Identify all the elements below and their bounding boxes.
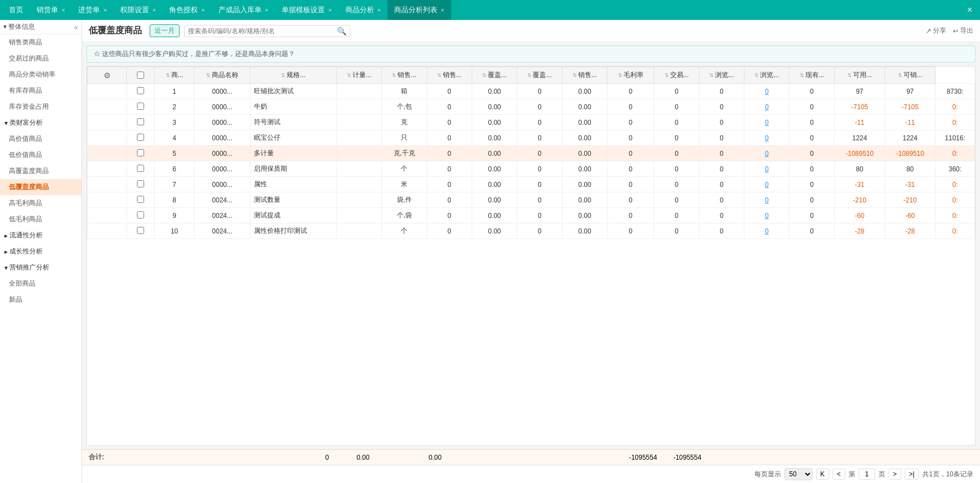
prev-page-button[interactable]: < xyxy=(833,469,845,480)
last-page-button[interactable]: >| xyxy=(905,469,919,480)
close-tab-sales[interactable]: × xyxy=(62,7,65,13)
table-wrapper[interactable]: ⚙ ⇅商... ⇅商品名称 ⇅规格... ⇅计量... ⇅销售... ⇅销售..… xyxy=(86,66,976,446)
row-select-checkbox[interactable] xyxy=(137,196,144,203)
close-tab-product-analysis[interactable]: × xyxy=(377,7,381,13)
row-select-checkbox[interactable] xyxy=(137,118,144,125)
filter-period-button[interactable]: 近一月 xyxy=(150,24,180,37)
row-settings[interactable] xyxy=(88,192,127,208)
share-button[interactable]: ↗ 分享 xyxy=(926,26,946,35)
sidebar-item-low-coverage[interactable]: 低覆盖度商品 xyxy=(0,179,81,195)
col-browse1[interactable]: ⇅浏览... xyxy=(699,67,744,84)
row-settings[interactable] xyxy=(88,84,127,99)
col-gross-margin[interactable]: ⇅毛利率 xyxy=(608,67,654,84)
sidebar-collapse-button[interactable]: « xyxy=(74,23,78,32)
nav-tab-permissions[interactable]: 权限设置 × xyxy=(114,0,162,20)
col-sales-qty[interactable]: ⇅销售... xyxy=(382,67,427,84)
close-all-button[interactable]: × xyxy=(962,5,978,15)
row-browse1[interactable]: 0 xyxy=(744,223,789,239)
row-browse1[interactable]: 0 xyxy=(744,208,789,223)
row-browse1[interactable]: 0 xyxy=(744,130,789,146)
sidebar-item-stock-goods[interactable]: 有库存商品 xyxy=(0,83,81,99)
row-settings[interactable] xyxy=(88,223,127,239)
close-tab-roles[interactable]: × xyxy=(201,7,205,13)
sidebar-item-low-value[interactable]: 低价值商品 xyxy=(0,147,81,163)
row-browse1[interactable]: 0 xyxy=(744,99,789,115)
row-checkbox[interactable] xyxy=(127,177,155,192)
col-unit[interactable]: ⇅计量... xyxy=(336,67,381,84)
first-page-button[interactable]: K xyxy=(816,469,829,480)
row-settings[interactable] xyxy=(88,208,127,223)
row-checkbox[interactable] xyxy=(127,223,155,239)
nav-tab-product-list[interactable]: 商品分析列表 × xyxy=(387,0,451,20)
row-settings[interactable] xyxy=(88,146,127,161)
row-checkbox[interactable] xyxy=(127,146,155,161)
row-checkbox[interactable] xyxy=(127,161,155,177)
export-button[interactable]: ↩ 导出 xyxy=(953,26,973,35)
close-tab-purchase[interactable]: × xyxy=(103,7,106,13)
page-size-select[interactable]: 50 100 xyxy=(784,468,813,480)
row-checkbox[interactable] xyxy=(127,99,155,115)
close-tab-product-list[interactable]: × xyxy=(441,7,444,13)
sidebar-item-all-goods[interactable]: 全部商品 xyxy=(0,276,81,292)
row-settings[interactable] xyxy=(88,130,127,146)
col-cur-stock[interactable]: ⇅现有... xyxy=(789,67,834,84)
col-cov1[interactable]: ⇅覆盖... xyxy=(472,67,517,84)
sidebar-wealth-section[interactable]: ▾ 类财富分析 xyxy=(0,115,81,131)
close-tab-template[interactable]: × xyxy=(328,7,331,13)
nav-tab-roles[interactable]: 角色授权 × xyxy=(162,0,211,20)
row-select-checkbox[interactable] xyxy=(137,227,144,234)
row-browse1[interactable]: 0 xyxy=(744,161,789,177)
col-sales-amt[interactable]: ⇅销售... xyxy=(427,67,472,84)
col-settings[interactable]: ⚙ xyxy=(88,67,127,84)
row-browse1[interactable]: 0 xyxy=(744,177,789,192)
sidebar-item-category-rate[interactable]: 商品分类动销率 xyxy=(0,67,81,83)
row-checkbox[interactable] xyxy=(127,115,155,130)
nav-tab-sales[interactable]: 销货单 × xyxy=(30,0,72,20)
nav-tab-warehouse[interactable]: 产成品入库单 × xyxy=(212,0,275,20)
row-browse1[interactable]: 0 xyxy=(744,115,789,130)
row-select-checkbox[interactable] xyxy=(137,103,144,110)
row-select-checkbox[interactable] xyxy=(137,211,144,218)
search-input[interactable] xyxy=(188,27,337,35)
col-spec[interactable]: ⇅规格... xyxy=(251,67,337,84)
col-browse2[interactable]: ⇅浏览... xyxy=(744,67,789,84)
close-tab-warehouse[interactable]: × xyxy=(265,7,268,13)
next-page-button[interactable]: > xyxy=(889,469,901,480)
select-all-checkbox[interactable] xyxy=(137,72,144,79)
row-checkbox[interactable] xyxy=(127,84,155,99)
sidebar-item-high-value[interactable]: 高价值商品 xyxy=(0,131,81,147)
nav-tab-product-analysis[interactable]: 商品分析 × xyxy=(339,0,387,20)
col-sellable[interactable]: ⇅可销... xyxy=(885,67,935,84)
row-settings[interactable] xyxy=(88,99,127,115)
row-settings[interactable] xyxy=(88,115,127,130)
sidebar-item-low-margin[interactable]: 低毛利商品 xyxy=(0,211,81,227)
row-checkbox[interactable] xyxy=(127,208,155,223)
close-tab-permissions[interactable]: × xyxy=(152,7,156,13)
sidebar-item-traded-goods[interactable]: 交易过的商品 xyxy=(0,50,81,67)
row-select-checkbox[interactable] xyxy=(137,180,144,187)
row-select-checkbox[interactable] xyxy=(137,149,144,156)
nav-tab-template[interactable]: 单据模板设置 × xyxy=(275,0,338,20)
col-code[interactable]: ⇅商... xyxy=(155,67,194,84)
row-browse1[interactable]: 0 xyxy=(744,192,789,208)
sidebar-item-sales-goods[interactable]: 销售类商品 xyxy=(0,34,81,50)
col-checkbox[interactable] xyxy=(127,67,155,84)
sidebar-item-high-margin[interactable]: 高毛利商品 xyxy=(0,195,81,211)
sidebar-marketing-section[interactable]: ▾ 营销推广分析 xyxy=(0,260,81,276)
row-select-checkbox[interactable] xyxy=(137,165,144,172)
row-settings[interactable] xyxy=(88,161,127,177)
col-available[interactable]: ⇅可用... xyxy=(834,67,885,84)
sidebar-item-stock-capital[interactable]: 库存资金占用 xyxy=(0,99,81,115)
col-transaction[interactable]: ⇅交易... xyxy=(654,67,699,84)
sidebar-growth-section[interactable]: ▸ 成长性分析 xyxy=(0,243,81,260)
row-browse1[interactable]: 0 xyxy=(744,84,789,99)
row-checkbox[interactable] xyxy=(127,192,155,208)
row-settings[interactable] xyxy=(88,177,127,192)
row-browse1[interactable]: 0 xyxy=(744,146,789,161)
nav-tab-purchase[interactable]: 进货单 × xyxy=(72,0,113,20)
row-checkbox[interactable] xyxy=(127,130,155,146)
sidebar-circulation-section[interactable]: ▸ 流通性分析 xyxy=(0,227,81,243)
sidebar-item-high-coverage[interactable]: 高覆盖度商品 xyxy=(0,163,81,179)
col-name[interactable]: ⇅商品名称 xyxy=(194,67,250,84)
row-select-checkbox[interactable] xyxy=(137,87,144,94)
